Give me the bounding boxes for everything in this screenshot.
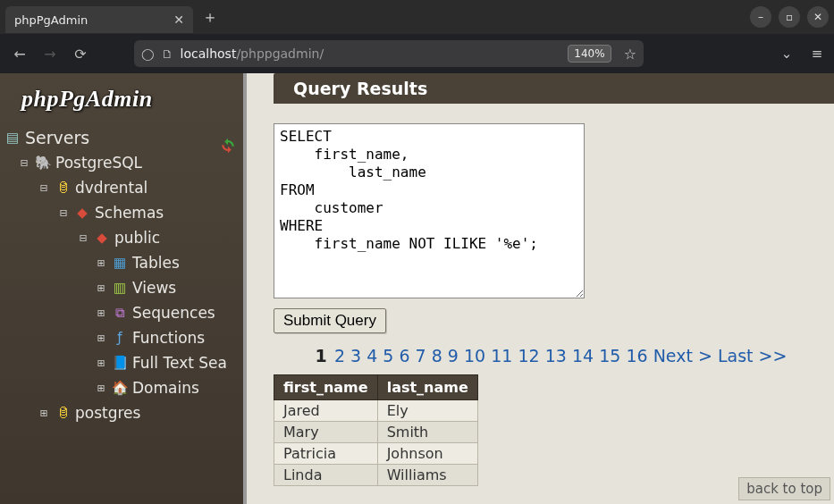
tree-label: public bbox=[114, 229, 160, 247]
col-first-name[interactable]: first_name bbox=[274, 375, 378, 400]
expand-icon[interactable]: ⊞ bbox=[95, 382, 107, 394]
pocket-icon[interactable]: ⌄ bbox=[777, 46, 796, 62]
minimize-button[interactable]: – bbox=[750, 6, 771, 28]
collapse-icon[interactable]: ⊟ bbox=[38, 182, 50, 194]
table-row: Jared Ely bbox=[274, 400, 478, 422]
tree-servers[interactable]: ▤ Servers bbox=[2, 125, 243, 150]
page-link[interactable]: 3 bbox=[350, 346, 361, 365]
table-header-row: first_name last_name bbox=[274, 375, 478, 400]
page-link[interactable]: 2 bbox=[334, 346, 345, 365]
page-next[interactable]: Next > bbox=[653, 346, 712, 365]
main-pane: Query Results Submit Query 1 2 3 4 5 6 7… bbox=[247, 73, 834, 504]
page-link[interactable]: 11 bbox=[491, 346, 512, 365]
cell-last-name: Ely bbox=[377, 400, 477, 422]
page-link[interactable]: 12 bbox=[518, 346, 539, 365]
tree-label: PostgreSQL bbox=[55, 154, 142, 172]
url-host: localhost bbox=[181, 46, 237, 61]
back-to-top-link[interactable]: back to top bbox=[738, 477, 830, 500]
zoom-badge[interactable]: 140% bbox=[568, 45, 611, 63]
tables-icon: ▦ bbox=[111, 255, 129, 271]
page-link[interactable]: 6 bbox=[399, 346, 409, 365]
page-link[interactable]: 15 bbox=[599, 346, 620, 365]
forward-button[interactable]: → bbox=[38, 41, 63, 66]
postgresql-icon: 🐘 bbox=[34, 155, 52, 171]
cell-first-name: Mary bbox=[274, 422, 378, 443]
browser-titlebar: phpPgAdmin ✕ ＋ – ▫ ✕ bbox=[0, 0, 834, 34]
collapse-icon[interactable]: ⊟ bbox=[57, 207, 70, 219]
expand-icon[interactable]: ⊞ bbox=[95, 332, 107, 344]
cell-first-name: Jared bbox=[274, 400, 378, 422]
collapse-icon[interactable]: ⊟ bbox=[18, 157, 30, 169]
logo: phpPgAdmin bbox=[0, 73, 243, 122]
expand-icon[interactable]: ⊞ bbox=[95, 307, 107, 319]
page-link[interactable]: 4 bbox=[366, 346, 377, 365]
window-controls: – ▫ ✕ bbox=[750, 6, 829, 28]
tree-label: Schemas bbox=[95, 204, 164, 222]
tree-schemas[interactable]: ⊟ ◆ Schemas bbox=[2, 200, 243, 225]
page-link[interactable]: 9 bbox=[448, 346, 459, 365]
page-link[interactable]: 14 bbox=[572, 346, 594, 365]
sidebar: phpPgAdmin ▤ Servers ⊟ 🐘 PostgreSQL ⊟ 🛢 … bbox=[0, 73, 247, 504]
sequences-icon: ⧉ bbox=[111, 305, 129, 321]
shield-icon: ◯ bbox=[141, 47, 155, 61]
bookmark-icon[interactable]: ☆ bbox=[624, 46, 636, 63]
tree-fts[interactable]: ⊞ 📘 Full Text Sea bbox=[2, 350, 243, 375]
page-link[interactable]: 5 bbox=[383, 346, 393, 365]
cell-last-name: Williams bbox=[377, 465, 477, 486]
reload-button[interactable]: ⟳ bbox=[68, 41, 93, 66]
tree-sequences[interactable]: ⊞ ⧉ Sequences bbox=[2, 300, 243, 325]
sql-textarea[interactable] bbox=[274, 123, 585, 298]
page-last[interactable]: Last >> bbox=[718, 346, 787, 365]
expand-icon[interactable]: ⊞ bbox=[38, 407, 50, 419]
new-tab-button[interactable]: ＋ bbox=[202, 6, 218, 28]
tree-views[interactable]: ⊞ ▥ Views bbox=[2, 275, 243, 300]
submit-query-button[interactable]: Submit Query bbox=[274, 308, 386, 333]
functions-icon: ƒ bbox=[111, 330, 129, 346]
browser-tab[interactable]: phpPgAdmin ✕ bbox=[5, 6, 193, 33]
domains-icon: 🏠 bbox=[111, 380, 129, 396]
tree-tables[interactable]: ⊞ ▦ Tables bbox=[2, 250, 243, 275]
tree-postgresql[interactable]: ⊟ 🐘 PostgreSQL bbox=[2, 150, 243, 175]
tree-label: postgres bbox=[75, 404, 140, 422]
tree-postgres[interactable]: ⊞ 🛢 postgres bbox=[2, 400, 243, 425]
col-last-name[interactable]: last_name bbox=[377, 375, 477, 400]
maximize-button[interactable]: ▫ bbox=[779, 6, 800, 28]
tree-dvdrental[interactable]: ⊟ 🛢 dvdrental bbox=[2, 175, 243, 200]
views-icon: ▥ bbox=[111, 280, 129, 296]
tree-functions[interactable]: ⊞ ƒ Functions bbox=[2, 325, 243, 350]
cell-last-name: Smith bbox=[377, 422, 477, 443]
menu-icon[interactable]: ≡ bbox=[807, 46, 827, 62]
tree-label: Views bbox=[132, 279, 176, 297]
cell-first-name: Linda bbox=[274, 465, 378, 486]
refresh-icon[interactable] bbox=[220, 138, 236, 157]
browser-toolbar: ← → ⟳ ◯ 🗋 localhost/phppgadmin/ 140% ☆ ⌄… bbox=[0, 34, 834, 73]
page-link[interactable]: 7 bbox=[416, 346, 426, 365]
page-link[interactable]: 16 bbox=[626, 346, 647, 365]
back-button[interactable]: ← bbox=[7, 41, 32, 66]
close-icon[interactable]: ✕ bbox=[173, 13, 184, 27]
nav-tree: ▤ Servers ⊟ 🐘 PostgreSQL ⊟ 🛢 dvdrental ⊟… bbox=[0, 122, 243, 425]
page-link[interactable]: 13 bbox=[545, 346, 567, 365]
table-row: Linda Williams bbox=[274, 465, 478, 486]
content-area: phpPgAdmin ▤ Servers ⊟ 🐘 PostgreSQL ⊟ 🛢 … bbox=[0, 73, 834, 504]
lock-icon: 🗋 bbox=[162, 47, 173, 61]
page-link[interactable]: 8 bbox=[432, 346, 442, 365]
servers-icon: ▤ bbox=[4, 130, 21, 146]
cell-last-name: Johnson bbox=[377, 443, 477, 465]
expand-icon[interactable]: ⊞ bbox=[95, 282, 107, 294]
expand-icon[interactable]: ⊞ bbox=[95, 257, 107, 269]
expand-icon[interactable]: ⊞ bbox=[95, 357, 107, 369]
results-table: first_name last_name Jared Ely Mary Smit… bbox=[274, 374, 478, 486]
tree-domains[interactable]: ⊞ 🏠 Domains bbox=[2, 375, 243, 400]
table-row: Patricia Johnson bbox=[274, 443, 478, 465]
tree-public[interactable]: ⊟ ◆ public bbox=[2, 225, 243, 250]
table-row: Mary Smith bbox=[274, 422, 478, 443]
schemas-icon: ◆ bbox=[73, 205, 91, 221]
url-bar[interactable]: ◯ 🗋 localhost/phppgadmin/ 140% ☆ bbox=[134, 40, 644, 67]
close-window-button[interactable]: ✕ bbox=[807, 6, 829, 28]
page-link[interactable]: 10 bbox=[464, 346, 485, 365]
cell-first-name: Patricia bbox=[274, 443, 378, 465]
tree-label: Sequences bbox=[132, 304, 215, 322]
collapse-icon[interactable]: ⊟ bbox=[77, 232, 89, 244]
schema-icon: ◆ bbox=[93, 230, 111, 246]
